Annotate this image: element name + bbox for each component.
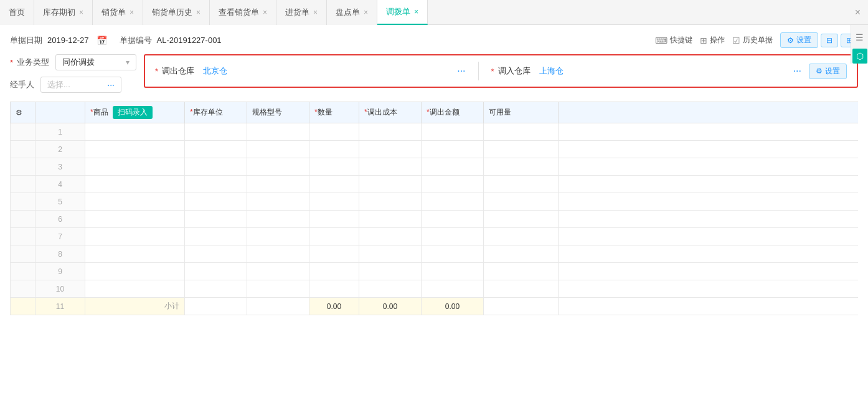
cost-cell[interactable]	[359, 228, 422, 245]
close-view-sales[interactable]: ×	[263, 8, 267, 17]
spec-cell[interactable]	[247, 158, 309, 176]
business-type-dropdown[interactable]: 同价调拨 ▾	[55, 54, 136, 70]
spec-cell[interactable]	[247, 141, 309, 158]
gear-header[interactable]: ⚙	[11, 102, 35, 123]
unit-cell[interactable]	[185, 158, 247, 176]
sidebar-list-icon[interactable]: ☰	[852, 30, 867, 45]
unit-cell[interactable]	[185, 280, 247, 298]
settings-button[interactable]: ⚙ 设置	[780, 32, 818, 48]
tab-view-sales[interactable]: 查看销货单 ×	[210, 0, 276, 25]
sidebar-external-icon[interactable]: ⬡	[852, 49, 867, 64]
amount-cell[interactable]	[422, 263, 484, 280]
warehouse-settings-btn[interactable]: ⚙ 设置	[809, 64, 847, 79]
cost-cell[interactable]	[359, 123, 422, 141]
unit-cell[interactable]	[185, 176, 247, 193]
history-btn[interactable]: ☑ 历史单据	[732, 35, 773, 45]
dropdown-arrow-icon: ▾	[126, 58, 130, 67]
product-cell[interactable]	[85, 228, 185, 245]
amount-cell[interactable]	[422, 123, 484, 141]
cost-cell[interactable]	[359, 211, 422, 228]
qty-cell[interactable]	[309, 263, 359, 280]
qty-cell[interactable]	[309, 228, 359, 245]
out-warehouse-value[interactable]: 北京仓	[203, 65, 227, 77]
cost-cell[interactable]	[359, 280, 422, 298]
unit-cell[interactable]	[185, 193, 247, 211]
close-transfer-order[interactable]: ×	[414, 7, 418, 16]
unit-cell[interactable]	[185, 141, 247, 158]
table-row: 10 🗑 ⊡	[11, 280, 859, 298]
product-cell[interactable]	[85, 245, 185, 263]
cost-cell[interactable]	[359, 158, 422, 176]
qty-cell[interactable]	[309, 193, 359, 211]
spec-cell[interactable]	[247, 211, 309, 228]
tab-sales-history[interactable]: 销货单历史 ×	[143, 0, 210, 25]
product-cell[interactable]	[85, 123, 185, 141]
tab-inventory-init[interactable]: 库存期初 ×	[34, 0, 93, 25]
cost-cell[interactable]	[359, 193, 422, 211]
spec-cell[interactable]	[247, 263, 309, 280]
scan-input-btn[interactable]: 扫码录入	[113, 106, 153, 119]
unit-cell[interactable]	[185, 211, 247, 228]
out-warehouse-more-icon[interactable]: ···	[457, 65, 465, 77]
spec-cell[interactable]	[247, 123, 309, 141]
unit-cell[interactable]	[185, 228, 247, 245]
spec-cell[interactable]	[247, 176, 309, 193]
layout-btn[interactable]: ⊟	[821, 34, 838, 47]
qty-cell[interactable]	[309, 280, 359, 298]
product-cell[interactable]	[85, 176, 185, 193]
close-sales-order[interactable]: ×	[130, 8, 134, 17]
spec-cell[interactable]	[247, 193, 309, 211]
qty-cell[interactable]	[309, 245, 359, 263]
amount-cell[interactable]	[422, 141, 484, 158]
product-cell[interactable]	[85, 193, 185, 211]
close-all-tabs[interactable]: ×	[847, 0, 868, 25]
product-cell[interactable]	[85, 141, 185, 158]
spec-cell[interactable]	[247, 245, 309, 263]
in-warehouse-more-icon[interactable]: ···	[793, 65, 801, 77]
qty-cell[interactable]	[309, 176, 359, 193]
agent-dropdown[interactable]: 选择... ···	[40, 77, 121, 93]
amount-cell[interactable]	[422, 280, 484, 298]
close-purchase-order[interactable]: ×	[313, 8, 318, 17]
cost-cell[interactable]	[359, 141, 422, 158]
cost-cell[interactable]	[359, 245, 422, 263]
calendar-icon[interactable]: 📅	[97, 36, 107, 45]
agent-more-icon[interactable]: ···	[107, 80, 115, 90]
in-warehouse-value[interactable]: 上海仓	[539, 65, 564, 77]
qty-cell[interactable]	[309, 158, 359, 176]
amount-cell[interactable]	[422, 228, 484, 245]
unit-cell[interactable]	[185, 263, 247, 280]
amount-cell[interactable]	[422, 193, 484, 211]
amount-cell[interactable]	[422, 158, 484, 176]
shortcut-key-btn[interactable]: ⌨ 快捷键	[655, 35, 692, 45]
tab-inventory-count[interactable]: 盘点单 ×	[327, 0, 377, 25]
spec-cell[interactable]	[247, 280, 309, 298]
close-sales-history[interactable]: ×	[196, 8, 200, 17]
spec-cell[interactable]	[247, 228, 309, 245]
product-cell[interactable]	[85, 211, 185, 228]
operation-btn[interactable]: ⊞ 操作	[700, 35, 725, 45]
qty-cell[interactable]	[309, 141, 359, 158]
spacer-cell	[559, 245, 859, 263]
product-cell[interactable]	[85, 263, 185, 280]
qty-cell[interactable]	[309, 123, 359, 141]
cost-cell[interactable]	[359, 263, 422, 280]
cost-cell[interactable]	[359, 176, 422, 193]
close-inventory-init[interactable]: ×	[79, 8, 83, 17]
product-cell[interactable]	[85, 158, 185, 176]
close-inventory-count[interactable]: ×	[364, 8, 368, 17]
subtotal-amount: 0.00	[422, 298, 484, 315]
amount-cell[interactable]	[422, 245, 484, 263]
row-gear-cell	[11, 211, 35, 228]
qty-cell[interactable]	[309, 211, 359, 228]
product-cell[interactable]	[85, 280, 185, 298]
amount-cell[interactable]	[422, 176, 484, 193]
unit-cell[interactable]	[185, 245, 247, 263]
tab-transfer-order[interactable]: 调拨单 ×	[377, 0, 428, 25]
spacer-cell	[559, 263, 859, 280]
amount-cell[interactable]	[422, 211, 484, 228]
tab-sales-order[interactable]: 销货单 ×	[93, 0, 143, 25]
tab-home[interactable]: 首页	[0, 0, 34, 25]
tab-purchase-order[interactable]: 进货单 ×	[276, 0, 327, 25]
unit-cell[interactable]	[185, 123, 247, 141]
